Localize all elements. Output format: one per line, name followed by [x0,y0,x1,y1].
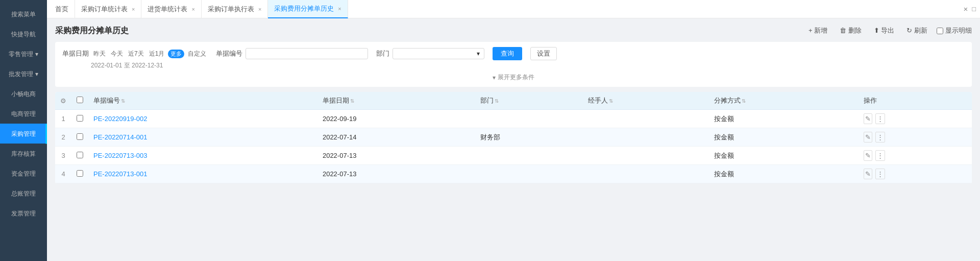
col-doc-no-sort[interactable]: 单据编号 ⇅ [93,96,125,105]
window-close-icon[interactable]: × [963,5,968,13]
sidebar-item-finance[interactable]: 资金管理 [0,163,47,183]
col-dept-sort-icon: ⇅ [495,98,499,104]
col-dept-sort[interactable]: 部门 ⇅ [480,96,499,105]
col-settings[interactable]: ⚙ [55,92,71,110]
row-checkbox[interactable] [77,115,83,122]
row-checkbox-cell[interactable] [71,128,88,147]
dept-select-arrow: ▾ [477,50,480,57]
show-columns-checkbox[interactable]: 显示明细 [937,26,972,35]
tab-purchase-cost-history[interactable]: 采购费用分摊单历史 × [268,0,348,18]
table-header: ⚙ 单据编号 ⇅ 单据日期 [55,92,972,110]
shortcut-yesterday[interactable]: 昨天 [92,49,107,59]
col-handler[interactable]: 经手人 ⇅ [583,92,709,110]
tab-purchase-order-stats[interactable]: 采购订单统计表 × [75,0,141,18]
shortcut-1month[interactable]: 近1月 [148,49,166,59]
tab-purchase-exec[interactable]: 采购订单执行表 × [202,0,268,18]
sidebar-item-ecommerce-small-label: 小畅电商 [2,90,45,99]
col-split-method-sort[interactable]: 分摊方式 ⇅ [714,96,746,105]
col-doc-no[interactable]: 单据编号 ⇅ [88,92,317,110]
doc-no-link[interactable]: PE-20220713-003 [93,152,148,159]
op-edit-icon[interactable]: ✎ [864,132,872,143]
row-doc-no: PE-20220713-001 [88,165,317,183]
expand-more-btn[interactable]: ▾ 展开更多条件 [62,73,965,82]
tab-home[interactable]: 首页 [51,0,75,18]
row-ops: ✎ ⋮ [859,165,972,183]
op-edit-icon[interactable]: ✎ [864,169,872,179]
op-edit-icon[interactable]: ✎ [864,113,872,124]
row-doc-no: PE-20220714-001 [88,128,317,147]
settings-gear-icon[interactable]: ⚙ [60,97,66,105]
filter-doc-no-input[interactable] [246,48,368,59]
sidebar-item-invoice[interactable]: 发票管理 [0,203,47,223]
sidebar-item-quicknav[interactable]: 快捷导航 [0,24,47,44]
col-date[interactable]: 单据日期 ⇅ [317,92,475,110]
row-checkbox[interactable] [77,133,83,140]
col-split-method[interactable]: 分摊方式 ⇅ [709,92,859,110]
col-date-label: 单据日期 [323,96,349,105]
row-date: 2022-07-13 [317,147,475,165]
op-more-icon[interactable]: ⋮ [875,113,885,124]
filter-dept: 部门 ▾ [376,48,484,59]
export-button[interactable]: ⬆ 导出 [871,25,898,37]
filter-setting-button[interactable]: 设置 [530,47,557,60]
col-split-method-sort-icon: ⇅ [742,98,746,104]
sidebar-item-ecommerce-label: 电商管理 [2,110,45,118]
op-more-icon[interactable]: ⋮ [875,150,885,161]
row-split-method: 按金额 [709,165,859,183]
row-date: 2022-07-14 [317,128,475,147]
filter-doc-no-label: 单据编号 [216,49,242,58]
tab-purchase-order-stats-label: 采购订单统计表 [81,0,128,18]
window-maximize-icon[interactable]: □ [972,5,976,13]
sidebar-item-retail[interactable]: 零售管理 ▾ [0,44,47,64]
row-num: 4 [55,165,71,183]
sidebar-item-finance-label: 资金管理 [2,170,45,178]
op-more-icon[interactable]: ⋮ [875,132,885,143]
dept-select[interactable]: ▾ [393,48,484,59]
select-all-checkbox[interactable] [77,97,83,103]
filter-date-label: 单据日期 [62,49,89,58]
tab-purchase-exec-close[interactable]: × [258,0,261,18]
row-split-method: 按金额 [709,147,859,165]
tab-purchase-cost-history-close[interactable]: × [338,0,341,18]
doc-no-link[interactable]: PE-20220714-001 [93,133,148,141]
sidebar-item-inventory[interactable]: 库存核算 [0,144,47,163]
date-range-display: 2022-01-01 至 2022-12-31 [91,62,163,69]
sidebar-item-wholesale[interactable]: 批发管理 ▾ [0,64,47,84]
sidebar-item-ledger[interactable]: 总账管理 [0,183,47,203]
table-row: 3 PE-20220713-003 2022-07-13 按金额 ✎ ⋮ [55,147,972,165]
row-checkbox-cell[interactable] [71,147,88,165]
refresh-button[interactable]: ↻ 刷新 [903,25,930,37]
col-dept[interactable]: 部门 ⇅ [475,92,583,110]
tab-inbound-stats[interactable]: 进货单统计表 × [141,0,201,18]
show-columns-label: 显示明细 [945,26,972,35]
tab-purchase-exec-label: 采购订单执行表 [208,0,254,18]
sidebar-item-ecommerce[interactable]: 电商管理 [0,104,47,124]
row-checkbox[interactable] [77,152,83,158]
row-num: 2 [55,128,71,147]
doc-no-link[interactable]: PE-20220919-002 [93,115,148,123]
row-checkbox[interactable] [77,170,83,177]
col-handler-sort[interactable]: 经手人 ⇅ [588,96,613,105]
sidebar-item-search[interactable]: 搜索菜单 [0,4,47,24]
row-checkbox-cell[interactable] [71,110,88,128]
shortcut-today[interactable]: 今天 [109,49,125,59]
row-handler [583,147,709,165]
shortcut-7days[interactable]: 近7天 [127,49,145,59]
search-button[interactable]: 查询 [493,47,522,60]
delete-button[interactable]: 🗑 删除 [837,25,865,37]
doc-no-link[interactable]: PE-20220713-001 [93,170,148,178]
add-button[interactable]: + 新增 [805,25,830,37]
row-checkbox-cell[interactable] [71,165,88,183]
col-checkbox[interactable] [71,92,88,110]
sidebar-item-purchase[interactable]: 采购管理 [0,124,47,144]
col-date-sort[interactable]: 单据日期 ⇅ [323,96,354,105]
shortcut-more[interactable]: 更多 [168,50,184,58]
shortcut-custom[interactable]: 自定义 [186,49,208,59]
tab-inbound-stats-close[interactable]: × [191,0,194,18]
show-columns-input[interactable] [937,28,943,34]
op-edit-icon[interactable]: ✎ [864,150,872,161]
sidebar-item-wholesale-label: 批发管理 ▾ [2,70,45,79]
op-more-icon[interactable]: ⋮ [875,169,885,179]
tab-purchase-order-stats-close[interactable]: × [132,0,135,18]
sidebar-item-ecommerce-small[interactable]: 小畅电商 [0,84,47,104]
